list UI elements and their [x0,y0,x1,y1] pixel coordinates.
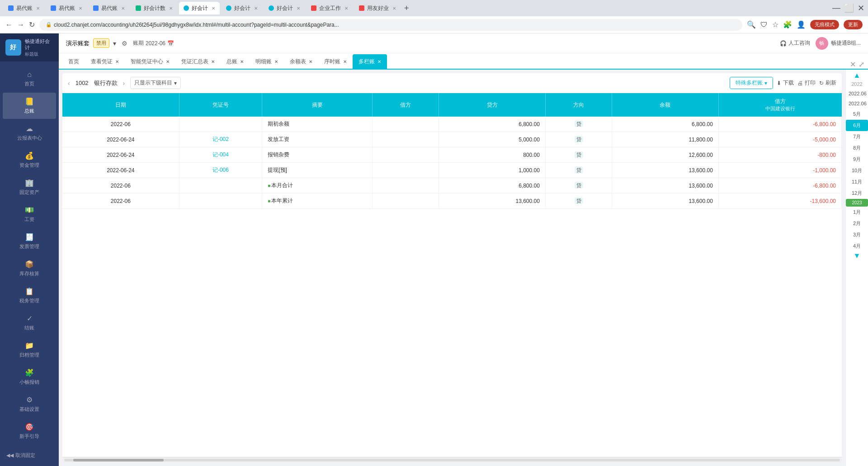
tab-close-view-voucher[interactable]: ✕ [115,59,119,64]
sidebar-item-guide[interactable]: 🎯 新手引导 [3,418,56,444]
browser-tab-6[interactable]: 好会计 ✕ [222,2,262,14]
ledger-toolbar: ‹ 1002 银行存款 › 只显示下级科目 ▾ 特殊多栏账 ▾ [62,73,842,93]
tab-sequence-ledger[interactable]: 序时账 ✕ [318,54,353,69]
extension-icon[interactable]: 🧩 [783,20,792,29]
month-item-2022-06-top[interactable]: 2022.06 [846,89,868,99]
tab-multi-column[interactable]: 多栏账 ✕ [353,54,387,69]
sidebar-label-home: 首页 [24,80,34,87]
sidebar-item-invoice[interactable]: 🧾 发票管理 [3,228,56,254]
month-item-mar[interactable]: 3月 [846,229,868,240]
expense-icon: 🧩 [25,368,34,377]
tab-close-smart-voucher[interactable]: ✕ [166,59,170,64]
user-avatar[interactable]: 畅 [816,37,828,50]
sidebar-label-guide: 新手引导 [19,433,39,440]
sidebar-item-fund[interactable]: 💰 资金管理 [3,147,56,173]
prev-account-button[interactable]: ‹ [68,80,70,87]
voucher-link[interactable]: 记-006 [212,167,229,173]
sidebar-item-tax[interactable]: 📋 税务管理 [3,282,56,309]
scroll-track [64,459,840,461]
cell-balance: 6,800.00 [612,117,719,132]
download-button[interactable]: ⬇ 下载 [777,79,794,87]
tab-close-voucher-summary[interactable]: ✕ [211,59,215,64]
voucher-link[interactable]: 记-002 [212,136,229,142]
sidebar-item-fixed-assets[interactable]: 🏢 固定资产 [3,174,56,200]
tab-close-general[interactable]: ✕ [240,59,244,64]
month-item-november[interactable]: 11月 [846,176,868,188]
tab-smart-voucher[interactable]: 智能凭证中心 ✕ [125,54,175,69]
incognito-button[interactable]: 无痕模式 [810,20,839,29]
year-2023-badge[interactable]: 2023 [846,199,868,207]
sidebar-item-home[interactable]: ⌂ 首页 [3,66,56,92]
month-item-october[interactable]: 10月 [846,165,868,176]
cancel-fixed-button[interactable]: ◀◀ 取消固定 [3,448,56,462]
refresh-button[interactable]: ↻ [29,20,35,29]
browser-tab-8[interactable]: 企业工作 ✕ [307,2,353,14]
shield-icon[interactable]: 🛡 [760,21,768,29]
month-item-july[interactable]: 7月 [846,131,868,142]
tab-voucher-summary[interactable]: 凭证汇总表 ✕ [175,54,221,69]
month-item-apr[interactable]: 4月 [846,240,868,252]
collapse-tab-icon[interactable]: ✕ [850,60,856,69]
sidebar-item-archive[interactable]: 📁 归档管理 [3,337,56,363]
special-multi-button[interactable]: 特殊多栏账 ▾ [730,77,773,89]
tab-view-voucher[interactable]: 查看凭证 ✕ [85,54,125,69]
bookmark-icon[interactable]: ☆ [772,20,778,29]
next-account-button[interactable]: › [123,80,125,87]
gear-icon[interactable]: ⚙ [122,40,127,47]
tab-close-balance[interactable]: ✕ [309,59,312,64]
browser-tab-9[interactable]: 用友好业 ✕ [354,2,401,14]
sidebar-item-cloud-reports[interactable]: ☁ 云报表中心 [3,120,56,146]
browser-tab-4[interactable]: 好会计数 ✕ [131,2,177,14]
dropdown-icon[interactable]: ▾ [113,40,116,47]
scroll-thumb[interactable] [73,459,164,461]
sidebar-item-closing[interactable]: ✓ 结账 [3,310,56,336]
browser-tab-2[interactable]: 易代账 ✕ [46,2,87,14]
print-button[interactable]: 🖨 打印 [797,79,816,87]
horizontal-scrollbar[interactable] [62,457,842,462]
filter-dropdown[interactable]: 只显示下级科目 ▾ [130,77,181,89]
sidebar-item-settings[interactable]: ⚙ 基础设置 [3,391,56,417]
month-item-december[interactable]: 12月 [846,188,868,199]
calendar-icon[interactable]: 📅 [167,40,174,47]
sidebar-item-payroll[interactable]: 💵 工资 [3,201,56,227]
month-item-september[interactable]: 9月 [846,154,868,165]
profile-icon[interactable]: 👤 [797,20,806,29]
demo-badge[interactable]: 禁用 [93,38,109,48]
col-voucher: 凭证号 [179,93,262,117]
tab-detail-ledger[interactable]: 明细账 ✕ [250,54,284,69]
search-icon[interactable]: 🔍 [747,20,756,29]
expand-tab-icon[interactable]: ⤢ [859,60,864,69]
sidebar-item-expense[interactable]: 🧩 小畅报销 [3,364,56,390]
month-item-may[interactable]: 5月 [846,108,868,120]
url-input[interactable]: 🔒 cloud2.chanjet.com/accounting/uh26t264… [39,19,742,31]
tab-close-1[interactable]: ✕ [36,6,40,11]
browser-tab-5[interactable]: 好会计 ✕ [179,2,220,14]
month-item-august[interactable]: 8月 [846,142,868,154]
month-item-2022-06-b[interactable]: 2022.06 [846,99,868,108]
back-button[interactable]: ← [5,21,13,29]
tab-balance[interactable]: 余额表 ✕ [284,54,318,69]
tab-general-ledger[interactable]: 总账 ✕ [221,54,250,69]
month-item-jan[interactable]: 1月 [846,207,868,218]
new-tab-button[interactable]: + [404,4,409,13]
cell-summary: 提现[预] [262,163,373,178]
tab-home[interactable]: 首页 [62,54,85,69]
scroll-down-button[interactable]: ▼ [854,252,861,260]
customer-service-button[interactable]: 🎧 人工咨询 [780,39,810,47]
tab-close-detail[interactable]: ✕ [274,59,278,64]
month-item-feb[interactable]: 2月 [846,218,868,229]
sidebar-item-general-ledger[interactable]: 📒 总账 [3,93,56,119]
scroll-up-button[interactable]: ▲ [854,71,861,80]
refresh-button[interactable]: ↻ 刷新 [819,79,836,87]
tab-close-sequence[interactable]: ✕ [343,59,347,64]
browser-tab-1[interactable]: 易代账 ✕ [4,2,44,14]
fund-icon: 💰 [25,151,34,160]
voucher-link[interactable]: 记-004 [212,151,229,158]
browser-tab-3[interactable]: 易代账 ✕ [89,2,129,14]
month-item-june[interactable]: 6月 [846,120,868,131]
tab-close-multi[interactable]: ✕ [377,59,381,64]
browser-tab-7[interactable]: 好会计 ✕ [264,2,305,14]
update-button[interactable]: 更新 [844,20,863,29]
forward-button[interactable]: → [17,21,24,29]
sidebar-item-inventory[interactable]: 📦 库存核算 [3,255,56,282]
